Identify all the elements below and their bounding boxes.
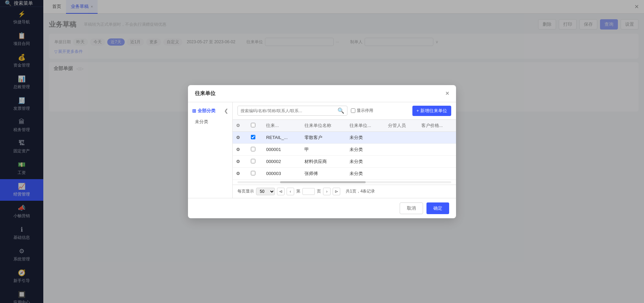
row-code-3: 000002 (263, 155, 301, 167)
col-manager: 分管人员 (385, 120, 418, 132)
category-sidebar: ⊞ 全部分类 ❮ 未分类 (188, 102, 233, 198)
row-category-3: 未分类 (346, 155, 384, 167)
row-code-4: 000003 (263, 167, 301, 179)
prev-page-button[interactable]: ‹ (287, 188, 294, 195)
page-suffix: 页 (317, 188, 321, 194)
modal-overlay: 往来单位 × ⊞ 全部分类 ❮ 未分类 (43, 0, 644, 303)
row-settings-icon-1: ⚙ (236, 135, 240, 140)
search-box: 🔍 (237, 106, 347, 116)
row-checkbox-4[interactable] (251, 171, 255, 175)
confirm-button[interactable]: 确定 (426, 202, 449, 214)
last-page-button[interactable]: ⊳ (333, 188, 340, 195)
modal-close-button[interactable]: × (445, 90, 449, 97)
row-select-3[interactable] (247, 155, 263, 167)
per-page-select[interactable]: 50 100 (256, 188, 275, 195)
table-row[interactable]: ⚙ 000002 材料供应商 未分类 (233, 155, 456, 167)
partner-modal: 往来单位 × ⊞ 全部分类 ❮ 未分类 (188, 85, 456, 218)
row-name-3: 材料供应商 (301, 155, 346, 167)
col-settings: ⚙ (233, 120, 247, 132)
settings-icon[interactable]: ⚙ (236, 123, 240, 128)
row-settings-4[interactable]: ⚙ (233, 167, 247, 179)
col-select (247, 120, 263, 132)
row-settings-2[interactable]: ⚙ (233, 143, 247, 155)
next-page-button[interactable]: › (323, 188, 331, 195)
row-category-4: 未分类 (346, 167, 384, 179)
cancel-button[interactable]: 取消 (400, 202, 423, 214)
row-select-2[interactable] (247, 143, 263, 155)
page-label: 第 (296, 188, 300, 194)
row-price-4 (418, 167, 456, 179)
add-partner-button[interactable]: + 新增往来单位 (412, 106, 451, 116)
show-disabled-option[interactable]: 显示停用 (351, 108, 373, 114)
col-price: 客户价格... (418, 120, 456, 132)
row-select-4[interactable] (247, 167, 263, 179)
first-page-button[interactable]: ⊲ (277, 188, 285, 195)
row-settings-3[interactable]: ⚙ (233, 155, 247, 167)
row-settings-icon-2: ⚙ (236, 147, 240, 152)
row-manager-1 (385, 131, 418, 143)
table-header: ⚙ 往来... 往来单位名称 往来单位... 分管人员 客户价格... (233, 120, 456, 132)
total-info: 共1页，4条记录 (346, 188, 375, 194)
select-all-checkbox[interactable] (251, 123, 255, 127)
row-code-1: RETAIL_... (263, 131, 301, 143)
modal-header: 往来单位 × (188, 85, 456, 102)
data-table: ⚙ 往来... 往来单位名称 往来单位... 分管人员 客户价格... ⚙ (233, 120, 456, 180)
search-input[interactable] (241, 108, 335, 113)
row-manager-3 (385, 155, 418, 167)
col-code: 往来... (263, 120, 301, 132)
row-name-1: 零散客户 (301, 131, 346, 143)
show-disabled-checkbox[interactable] (351, 108, 355, 113)
modal-footer: 取消 确定 (188, 198, 456, 218)
row-category-1: 未分类 (346, 131, 384, 143)
row-category-2: 未分类 (346, 143, 384, 155)
horizontal-scrollbar[interactable] (237, 181, 451, 183)
row-settings-icon-3: ⚙ (236, 159, 240, 164)
modal-body: ⊞ 全部分类 ❮ 未分类 🔍 (188, 102, 456, 198)
row-settings-icon-4: ⚙ (236, 171, 240, 176)
row-checkbox-1[interactable] (251, 135, 255, 139)
row-checkbox-2[interactable] (251, 147, 255, 151)
row-manager-2 (385, 143, 418, 155)
row-price-3 (418, 155, 456, 167)
row-settings-1[interactable]: ⚙ (233, 131, 247, 143)
pagination: 每页显示 50 100 ⊲ ‹ 第 1 页 › ⊳ 共1页，4条记录 (233, 185, 456, 198)
col-category: 往来单位... (346, 120, 384, 132)
page-number-input[interactable]: 1 (302, 188, 315, 195)
category-header: ⊞ 全部分类 ❮ (188, 106, 232, 116)
row-price-1 (418, 131, 456, 143)
table-row[interactable]: ⚙ 000003 张师傅 未分类 (233, 167, 456, 179)
table-area: 🔍 显示停用 + 新增往来单位 ⚙ (233, 102, 456, 198)
row-checkbox-3[interactable] (251, 159, 255, 163)
table-row[interactable]: ⚙ 000001 甲 未分类 (233, 143, 456, 155)
row-price-2 (418, 143, 456, 155)
category-item-未分类[interactable]: 未分类 (188, 116, 232, 128)
table-row[interactable]: ⚙ RETAIL_... 零散客户 未分类 (233, 131, 456, 143)
main-content: 首页业务草稿× ✕ 业务草稿 草稿转为正式单据时，不会执行满赠促销优惠 删除 打… (43, 0, 644, 303)
row-select-1[interactable] (247, 131, 263, 143)
modal-title: 往来单位 (195, 90, 215, 97)
row-name-2: 甲 (301, 143, 346, 155)
table-toolbar: 🔍 显示停用 + 新增往来单位 (233, 102, 456, 120)
search-icon: 🔍 (337, 107, 344, 114)
per-page-label: 每页显示 (237, 188, 254, 194)
category-collapse-button[interactable]: ❮ (224, 108, 228, 114)
row-name-4: 张师傅 (301, 167, 346, 179)
row-manager-4 (385, 167, 418, 179)
col-name: 往来单位名称 (301, 120, 346, 132)
row-code-2: 000001 (263, 143, 301, 155)
